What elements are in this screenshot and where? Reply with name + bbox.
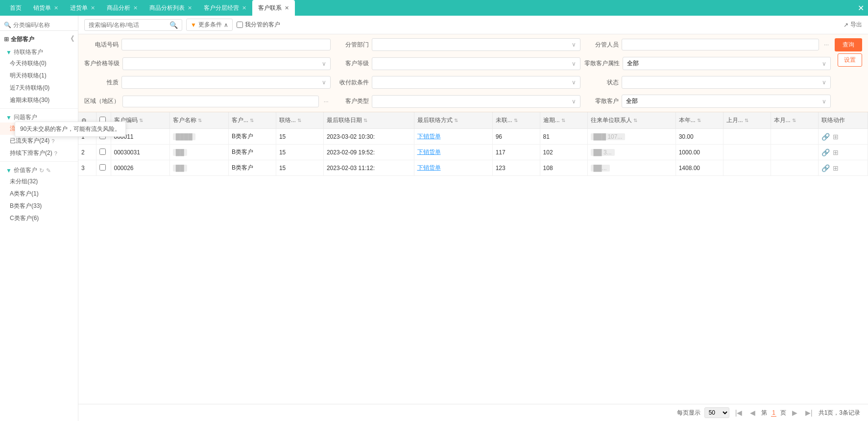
collapse-icon[interactable]: 《 xyxy=(67,35,74,44)
row-checkbox-cell[interactable] xyxy=(96,160,111,176)
arrow-icon: ▼ xyxy=(6,49,12,56)
filter-dept-select[interactable]: ∨ xyxy=(372,38,581,51)
edit-icon[interactable]: ✎ xyxy=(46,167,51,174)
query-button[interactable]: 查询 xyxy=(835,38,862,51)
first-page-button[interactable]: |◀ xyxy=(733,408,745,418)
tab-home[interactable]: 首页 xyxy=(4,0,27,16)
sidebar-item-c-class[interactable]: C类客户(6) xyxy=(0,212,78,224)
prev-page-button[interactable]: ◀ xyxy=(748,408,757,418)
sidebar-value-section[interactable]: ▼ 价值客户 ↻ ✎ xyxy=(0,164,78,175)
row-checkbox[interactable] xyxy=(99,164,106,171)
refresh-icon[interactable]: ↻ xyxy=(39,167,44,174)
sort-icon[interactable]: ⇅ xyxy=(697,118,701,123)
filter-phone-input[interactable] xyxy=(121,39,331,50)
tab-customer-stratify[interactable]: 客户分层经营 ✕ xyxy=(198,0,252,16)
sidebar-all-customers[interactable]: ⊞ 全部客户 《 xyxy=(0,33,78,46)
close-icon[interactable]: ✕ xyxy=(188,5,192,11)
action-grid-icon[interactable]: ⊞ xyxy=(833,149,839,156)
row-contact-person: ██ 3... xyxy=(587,145,675,160)
last-page-button[interactable]: ▶| xyxy=(803,408,815,418)
close-icon[interactable]: ✕ xyxy=(133,5,138,11)
sort-icon[interactable]: ⇅ xyxy=(139,118,143,123)
action-grid-icon[interactable]: ⊞ xyxy=(833,164,839,172)
sort-icon[interactable]: ⇅ xyxy=(363,118,367,123)
sidebar-item-overdue-contact[interactable]: 逾期未联络(30) xyxy=(0,94,78,106)
sidebar-pending-section[interactable]: ▼ 待联络客户 xyxy=(0,46,78,57)
tab-sales[interactable]: 销货单 ✕ xyxy=(27,0,64,16)
tab-customer-contact[interactable]: 客户联系 ✕ xyxy=(252,0,295,16)
sidebar-item-tomorrow-contact[interactable]: 明天待联络(1) xyxy=(0,70,78,82)
close-icon[interactable]: ✕ xyxy=(285,5,289,11)
close-icon[interactable]: ✕ xyxy=(242,5,246,11)
action-grid-icon[interactable]: ⊞ xyxy=(833,133,839,141)
filter-gender-label: 性质 xyxy=(84,78,119,87)
sort-icon[interactable]: ⇅ xyxy=(633,118,637,123)
ellipsis-icon[interactable]: ··· xyxy=(322,98,331,105)
more-conditions-button[interactable]: ▼ 更多条件 ∧ xyxy=(186,19,233,31)
export-button[interactable]: ↗ 导出 xyxy=(844,21,862,29)
row-type: B类客户 xyxy=(228,129,276,145)
close-icon[interactable]: ✕ xyxy=(54,5,58,11)
filter-price-level-select[interactable]: ∨ xyxy=(122,57,331,70)
ellipsis-icon[interactable]: ··· xyxy=(822,41,831,48)
row-name: ████ xyxy=(169,129,228,145)
window-close-icon[interactable]: ✕ xyxy=(858,3,864,13)
filter-customer-level-select[interactable]: ∨ xyxy=(372,57,581,70)
row-overdue: 81 xyxy=(540,129,587,145)
filter-status-select[interactable]: ∨ xyxy=(622,76,831,89)
search-input[interactable] xyxy=(89,22,169,28)
row-last-method[interactable]: 下销货单 xyxy=(414,145,492,160)
per-page-select[interactable]: 50 100 xyxy=(704,407,729,418)
toolbar-right: ↗ 导出 xyxy=(844,21,862,29)
sidebar-item-declining[interactable]: 持续下滑客户(2) ? xyxy=(0,147,78,159)
sort-icon[interactable]: ⇅ xyxy=(454,118,458,123)
tab-purchase[interactable]: 进货单 ✕ xyxy=(64,0,101,16)
tab-product-analysis[interactable]: 商品分析 ✕ xyxy=(101,0,144,16)
sidebar-item-b-class[interactable]: B类客户(33) xyxy=(0,200,78,212)
settings-button[interactable]: 设置 xyxy=(838,53,862,67)
action-link-icon[interactable]: 🔗 xyxy=(821,164,830,172)
sort-icon[interactable]: ⇅ xyxy=(792,118,796,123)
sidebar-item-ungroup[interactable]: 未分组(32) xyxy=(0,175,78,188)
table-row: 1 000011 ████ B类客户 15 2023-03-02 10:30: … xyxy=(78,129,868,145)
tab-product-analysis-list[interactable]: 商品分析列表 ✕ xyxy=(144,0,198,16)
filter-retail-select[interactable]: 全部 ∨ xyxy=(622,95,831,108)
current-page: 1 xyxy=(771,409,776,417)
filter-person-input[interactable] xyxy=(622,39,819,50)
sidebar-item-a-class[interactable]: A类客户(1) xyxy=(0,188,78,200)
sort-icon[interactable]: ⇅ xyxy=(297,118,301,123)
sidebar-search-wrap: 🔍 xyxy=(0,20,78,31)
filter-customer-type-select[interactable]: ∨ xyxy=(372,95,581,108)
chevron-down-icon: ∨ xyxy=(822,98,826,105)
sort-icon[interactable]: ⇅ xyxy=(514,118,518,123)
sidebar-search-input[interactable] xyxy=(13,22,74,28)
action-link-icon[interactable]: 🔗 xyxy=(821,133,830,141)
filter-action-buttons: 查询 设置 xyxy=(835,38,862,67)
help-icon: ? xyxy=(51,138,54,144)
row-last-method[interactable]: 下销货单 xyxy=(414,129,492,145)
row-contact-person: ██... xyxy=(587,160,675,176)
filter-row-3: 性质 ∨ 收付款条件 ∨ xyxy=(84,76,831,89)
sidebar-item-7day-contact[interactable]: 近7天待联络(0) xyxy=(0,82,78,94)
filter-region-input[interactable] xyxy=(122,96,319,107)
table-row: 2 00030031 ██ B类客户 15 2023-02-09 19:52: … xyxy=(78,145,868,160)
sidebar-lost-section[interactable]: ▼ 问题客户 xyxy=(0,111,78,123)
sort-icon[interactable]: ⇅ xyxy=(250,118,254,123)
filter-payment-select[interactable]: ∨ xyxy=(372,76,581,89)
row-checkbox[interactable] xyxy=(99,149,106,155)
sort-icon[interactable]: ⇅ xyxy=(198,118,202,123)
next-page-button[interactable]: ▶ xyxy=(790,408,799,418)
filter-retail-attr-select[interactable]: 全部 ∨ xyxy=(623,57,831,70)
my-customers-checkbox-label[interactable]: 我分管的客户 xyxy=(237,21,280,29)
row-checkbox-cell[interactable] xyxy=(96,145,111,160)
search-button[interactable]: 🔍 xyxy=(169,21,178,29)
close-icon[interactable]: ✕ xyxy=(91,5,95,11)
sort-icon[interactable]: ⇅ xyxy=(561,118,565,123)
action-link-icon[interactable]: 🔗 xyxy=(821,149,830,156)
filter-retail-attr-label: 零散客户属性 xyxy=(584,59,620,68)
row-last-method[interactable]: 下销货单 xyxy=(414,160,492,176)
sort-icon[interactable]: ⇅ xyxy=(745,118,748,123)
sidebar-item-today-contact[interactable]: 今天待联络(0) xyxy=(0,57,78,70)
my-customers-checkbox[interactable] xyxy=(237,22,243,28)
filter-gender-select[interactable]: ∨ xyxy=(121,76,331,89)
